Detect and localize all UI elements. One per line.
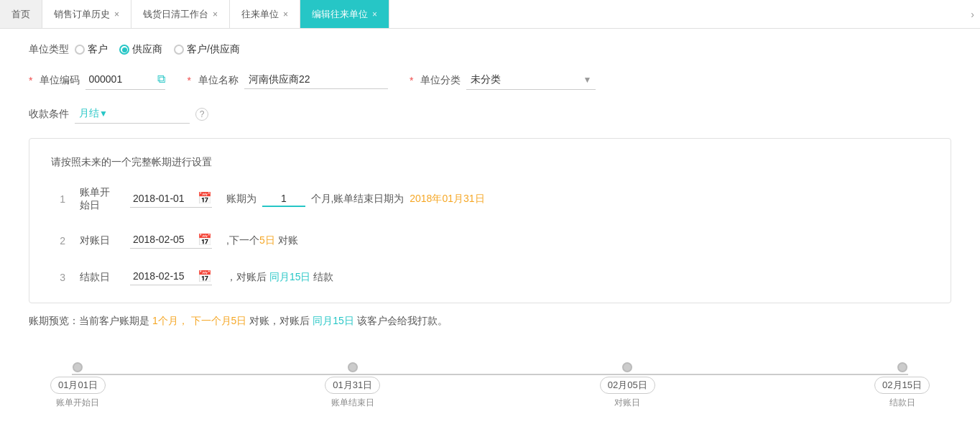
radio-both-circle [174, 45, 184, 55]
tab-cash-work[interactable]: 钱货日清工作台 × [131, 0, 230, 28]
unit-category-required: * [410, 75, 413, 86]
unit-category-dropdown[interactable]: 未分类 ▼ [466, 70, 596, 90]
card-title: 请按照未来的一个完整帐期进行设置 [51, 156, 929, 169]
row-type-2: 对账日 [80, 234, 116, 247]
timeline-dot-1 [73, 362, 83, 372]
highlight-next-day: 5日 [259, 234, 275, 246]
payment-terms-label: 收款条件 [29, 108, 69, 121]
tab-bar: 首页 销售订单历史 × 钱货日清工作台 × 往来单位 × 编辑往来单位 × › [0, 0, 980, 29]
date-input-2[interactable] [130, 232, 195, 247]
timeline-dot-2 [348, 362, 358, 372]
tab-scroll-right-icon[interactable]: › [965, 0, 980, 28]
tab-partner-label: 往来单位 [241, 8, 279, 21]
unit-name-input[interactable] [244, 71, 388, 89]
preview-label: 账期预览：当前客户账期是 [29, 315, 149, 326]
timeline-desc-3: 对账日 [614, 397, 640, 409]
date-input-1[interactable] [130, 191, 195, 206]
payment-terms-arrow-icon: ▼ [99, 109, 108, 119]
radio-supplier-label: 供应商 [132, 43, 162, 56]
radio-customer-label: 客户 [88, 43, 108, 56]
timeline-dot-4 [897, 362, 907, 372]
preview-part1: 1个月， [152, 315, 188, 326]
tab-cash-work-label: 钱货日清工作台 [143, 8, 208, 21]
timeline-date-1: 01月01日 [50, 377, 106, 394]
row-type-3: 结款日 [80, 271, 116, 284]
unit-code-copy-icon[interactable]: ⧉ [157, 73, 165, 86]
desc-suffix-1: 个月,账单结束日期为 [311, 193, 405, 204]
setting-row-1: 1 账单开始日 📅 账期为 个月,账单结束日期为 2018年01月31日 [51, 186, 929, 212]
unit-category-arrow-icon: ▼ [583, 75, 591, 85]
radio-both[interactable]: 客户/供应商 [174, 43, 240, 56]
tab-sales-order[interactable]: 销售订单历史 × [42, 0, 131, 28]
radio-customer[interactable]: 客户 [75, 43, 108, 56]
calendar-icon-2[interactable]: 📅 [198, 233, 212, 247]
unit-code-label: 单位编码 [40, 74, 80, 87]
unit-code-required: * [29, 75, 32, 86]
unit-code-group: * 单位编码 ⧉ [29, 70, 165, 90]
tab-edit-partner[interactable]: 编辑往来单位 × [300, 0, 389, 28]
date-input-3[interactable] [130, 269, 195, 283]
unit-category-label: 单位分类 [420, 74, 461, 87]
date-wrap-2: 📅 [130, 232, 212, 249]
date-wrap-3: 📅 [130, 269, 212, 285]
unit-category-value: 未分类 [471, 73, 583, 86]
radio-customer-circle [75, 45, 85, 55]
radio-supplier[interactable]: 供应商 [119, 43, 162, 56]
preview-part5: 该客户会给我打款。 [357, 315, 448, 326]
timeline-node-1: 01月01日 账单开始日 [50, 362, 106, 409]
radio-group: 客户 供应商 客户/供应商 [75, 43, 240, 56]
row-num-1: 1 [51, 193, 65, 205]
preview-part3: 对账，对账后 [249, 315, 310, 326]
row-desc-1: 账期为 个月,账单结束日期为 2018年01月31日 [226, 191, 485, 207]
timeline-date-2: 01月31日 [325, 377, 380, 394]
unit-code-input[interactable] [85, 70, 157, 88]
close-cash-work-icon[interactable]: × [213, 9, 218, 19]
close-sales-order-icon[interactable]: × [114, 9, 119, 19]
timeline-date-3: 02月05日 [600, 377, 655, 394]
row-num-2: 2 [51, 235, 65, 247]
preview-part4: 同月15日 [313, 315, 354, 326]
timeline-desc-2: 账单结束日 [331, 397, 374, 409]
timeline: 01月01日 账单开始日 01月31日 账单结束日 02月05日 对账日 02月… [29, 348, 951, 437]
date-wrap-1: 📅 [130, 191, 212, 208]
row-num-3: 3 [51, 272, 65, 283]
unit-type-row: 单位类型 客户 供应商 客户/供应商 [29, 43, 951, 56]
close-edit-partner-icon[interactable]: × [372, 9, 377, 19]
tab-home-label: 首页 [11, 8, 30, 21]
tab-home[interactable]: 首页 [0, 0, 42, 28]
tab-edit-partner-label: 编辑往来单位 [312, 8, 368, 21]
timeline-node-3: 02月05日 对账日 [600, 362, 655, 409]
timeline-node-4: 02月15日 结款日 [874, 362, 930, 409]
unit-code-input-wrap: ⧉ [85, 70, 165, 90]
row-desc-2: ,下一个5日 对账 [226, 234, 298, 247]
highlight-payment-day: 同月15日 [269, 271, 311, 282]
calendar-icon-3[interactable]: 📅 [198, 270, 212, 283]
unit-type-group: 单位类型 客户 供应商 客户/供应商 [29, 43, 240, 56]
row-type-1: 账单开始日 [80, 186, 116, 212]
tab-sales-order-label: 销售订单历史 [54, 8, 110, 21]
payment-terms-row: 收款条件 月结 ▼ ? [29, 104, 951, 124]
radio-supplier-circle [119, 45, 129, 55]
preview-section: 账期预览：当前客户账期是 1个月， 下一个月5日 对账，对账后 同月15日 该客… [29, 303, 951, 437]
calendar-icon-1[interactable]: 📅 [198, 191, 212, 205]
payment-terms-help-icon[interactable]: ? [195, 108, 208, 121]
payment-terms-dropdown[interactable]: 月结 ▼ [75, 104, 190, 124]
main-content: 单位类型 客户 供应商 客户/供应商 * 单位编码 [0, 29, 980, 437]
payment-terms-group: 收款条件 月结 ▼ ? [29, 104, 208, 124]
setting-row-2: 2 对账日 📅 ,下一个5日 对账 [51, 232, 929, 249]
unit-name-label: 单位名称 [198, 74, 239, 87]
row-desc-3: ，对账后 同月15日 结款 [226, 271, 333, 284]
timeline-dot-3 [622, 362, 632, 372]
timeline-desc-1: 账单开始日 [56, 397, 99, 409]
payment-terms-value: 月结 [79, 107, 99, 120]
desc-prefix-1: 账期为 [226, 193, 256, 204]
settings-card: 请按照未来的一个完整帐期进行设置 1 账单开始日 📅 账期为 个月,账单结束日期… [29, 138, 951, 303]
radio-both-label: 客户/供应商 [187, 43, 240, 56]
close-partner-icon[interactable]: × [283, 9, 288, 19]
unit-name-required: * [187, 75, 190, 86]
period-input[interactable] [262, 191, 305, 207]
unit-category-group: * 单位分类 未分类 ▼ [410, 70, 596, 90]
tab-partner[interactable]: 往来单位 × [230, 0, 300, 28]
unit-type-label: 单位类型 [29, 43, 69, 56]
setting-row-3: 3 结款日 📅 ，对账后 同月15日 结款 [51, 269, 929, 285]
